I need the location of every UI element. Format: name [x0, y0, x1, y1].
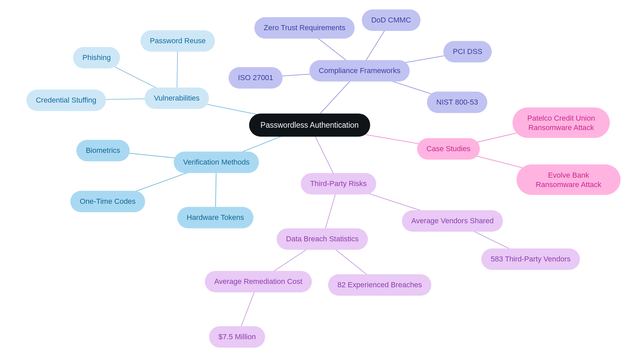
node-third-party-risks[interactable]: Third-Party Risks: [301, 173, 376, 194]
node-vulnerabilities[interactable]: Vulnerabilities: [145, 87, 209, 109]
node-phishing[interactable]: Phishing: [73, 47, 120, 68]
node-label: Average Vendors Shared: [411, 217, 493, 225]
node-label: 82 Experienced Breaches: [337, 281, 422, 289]
node-pci-dss[interactable]: PCI DSS: [443, 41, 492, 62]
node-label: DoD CMMC: [371, 16, 411, 24]
node-label: 583 Third-Party Vendors: [491, 255, 571, 263]
node-breach-stats[interactable]: Data Breach Statistics: [277, 228, 368, 250]
node-password-reuse[interactable]: Password Reuse: [141, 30, 215, 52]
node-compliance-frameworks[interactable]: Compliance Frameworks: [309, 60, 410, 81]
node-label: PCI DSS: [453, 47, 482, 56]
node-case-studies[interactable]: Case Studies: [417, 138, 480, 160]
node-label: Patelco Credit Union Ransomware Attack: [527, 114, 595, 132]
node-iso-27001[interactable]: ISO 27001: [228, 67, 282, 88]
node-label: Password Reuse: [150, 37, 206, 45]
node-label: Zero Trust Requirements: [264, 23, 345, 32]
node-label: Third-Party Risks: [310, 179, 367, 188]
node-label: Phishing: [83, 53, 111, 62]
node-label: Case Studies: [427, 144, 471, 153]
node-verification-methods[interactable]: Verification Methods: [174, 152, 259, 173]
node-label: Verification Methods: [183, 158, 250, 166]
node-dod-cmmc[interactable]: DoD CMMC: [362, 9, 421, 31]
node-label: Vulnerabilities: [154, 94, 200, 102]
node-7-5-million[interactable]: $7.5 Million: [209, 326, 265, 348]
node-patelco[interactable]: Patelco Credit Union Ransomware Attack: [513, 108, 610, 138]
node-hardware-tokens[interactable]: Hardware Tokens: [177, 207, 254, 228]
node-biometrics[interactable]: Biometrics: [76, 140, 130, 161]
node-583-vendors[interactable]: 583 Third-Party Vendors: [481, 248, 580, 270]
node-82-breaches[interactable]: 82 Experienced Breaches: [328, 274, 431, 296]
node-label: Data Breach Statistics: [286, 235, 359, 243]
node-one-time-codes[interactable]: One-Time Codes: [70, 191, 145, 212]
node-avg-cost[interactable]: Average Remediation Cost: [205, 271, 312, 292]
node-root[interactable]: Passwordless Authentication: [249, 114, 370, 137]
node-avg-vendors[interactable]: Average Vendors Shared: [402, 210, 503, 232]
node-label: Hardware Tokens: [187, 213, 244, 222]
node-zero-trust[interactable]: Zero Trust Requirements: [254, 17, 355, 39]
node-label: Biometrics: [86, 146, 120, 155]
node-evolve[interactable]: Evolve Bank Ransomware Attack: [517, 165, 621, 195]
node-label: Evolve Bank Ransomware Attack: [536, 171, 601, 189]
node-label: Compliance Frameworks: [319, 66, 400, 75]
node-label: ISO 27001: [238, 73, 273, 82]
node-label: One-Time Codes: [80, 197, 136, 205]
mindmap-canvas: Passwordless Authentication Vulnerabilit…: [0, 0, 644, 363]
node-label: Passwordless Authentication: [261, 121, 359, 129]
node-label: Credential Stuffing: [36, 96, 97, 104]
node-nist[interactable]: NIST 800-53: [427, 92, 487, 113]
node-credential-stuffing[interactable]: Credential Stuffing: [26, 89, 106, 111]
node-label: NIST 800-53: [436, 98, 478, 106]
node-label: $7.5 Million: [218, 332, 256, 341]
node-label: Average Remediation Cost: [214, 277, 303, 286]
